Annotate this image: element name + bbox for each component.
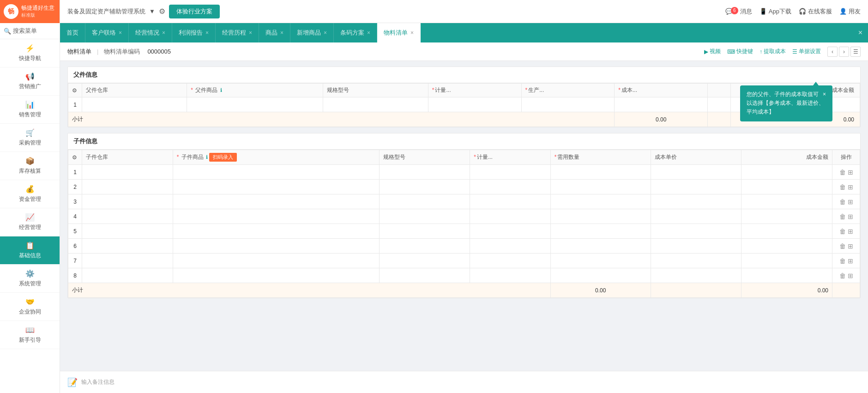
sidebar-search[interactable]: 🔍 搜索菜单 (0, 23, 60, 39)
tab-home[interactable]: 首页 (60, 23, 85, 42)
child-unitcost-3[interactable] (651, 194, 741, 209)
tab-bom[interactable]: 物料清单 × (377, 23, 421, 42)
child-unit-2[interactable] (470, 180, 551, 194)
toolbar-single-settings[interactable]: ☰ 单据设置 (792, 48, 821, 55)
parent-production-1[interactable] (521, 97, 615, 112)
child-warehouse-8[interactable] (82, 268, 173, 283)
scan-button[interactable]: 扫码录入 (209, 153, 237, 162)
delete-icon-4[interactable]: 🗑 (839, 213, 846, 220)
child-warehouse-3[interactable] (82, 194, 173, 209)
child-quantity-6[interactable] (550, 239, 651, 254)
child-quantity-2[interactable] (550, 180, 651, 194)
copy-icon-6[interactable]: ⊞ (848, 242, 853, 250)
nav-prev-btn[interactable]: ‹ (827, 47, 838, 57)
copy-icon-1[interactable]: ⊞ (848, 169, 853, 176)
delete-icon-7[interactable]: 🗑 (839, 257, 846, 265)
delete-icon-5[interactable]: 🗑 (839, 228, 846, 235)
child-warehouse-2[interactable] (82, 180, 173, 194)
copy-icon-4[interactable]: ⊞ (848, 213, 853, 220)
tooltip-close-icon[interactable]: × (823, 90, 826, 99)
child-goods-6[interactable] (173, 239, 379, 254)
child-quantity-5[interactable] (550, 224, 651, 239)
child-unit-8[interactable] (470, 268, 551, 283)
child-unit-3[interactable] (470, 194, 551, 209)
child-unit-7[interactable] (470, 254, 551, 268)
sidebar-item-operation[interactable]: 📈 经营管理 (0, 208, 60, 236)
toolbar-shortcut[interactable]: ⌨ 快捷键 (727, 48, 753, 55)
child-unitcost-2[interactable] (651, 180, 741, 194)
online-service-item[interactable]: 🎧 在线客服 (799, 7, 832, 16)
child-unitcost-7[interactable] (651, 254, 741, 268)
copy-icon-8[interactable]: ⊞ (848, 272, 853, 279)
child-quantity-8[interactable] (550, 268, 651, 283)
child-unit-5[interactable] (470, 224, 551, 239)
sidebar-item-quicknav[interactable]: ⚡ 快捷导航 (0, 39, 60, 67)
child-quantity-1[interactable] (550, 165, 651, 180)
tab-profit[interactable]: 利润报告 × (172, 23, 216, 42)
nav-menu-btn[interactable]: ☰ (850, 47, 861, 57)
toolbar-view[interactable]: ▶ 视频 (704, 48, 721, 55)
tab-operation-close[interactable]: × (162, 30, 165, 36)
copy-icon-2[interactable]: ⊞ (848, 183, 853, 191)
tab-goods[interactable]: 商品 × (259, 23, 290, 42)
delete-icon-1[interactable]: 🗑 (839, 169, 846, 176)
parent-warehouse-1[interactable] (82, 97, 187, 112)
child-unitcost-1[interactable] (651, 165, 741, 180)
settings-col-icon[interactable]: ⚙ (72, 87, 77, 94)
message-item[interactable]: 💬 6 消息 (725, 7, 752, 16)
child-warehouse-4[interactable] (82, 209, 173, 224)
tab-goods-close[interactable]: × (280, 30, 283, 36)
tab-history[interactable]: 经营历程 × (216, 23, 259, 42)
child-goods-2[interactable] (173, 180, 379, 194)
child-goods-8[interactable] (173, 268, 379, 283)
child-goods-4[interactable] (173, 209, 379, 224)
system-dropdown-icon[interactable]: ▼ (149, 8, 155, 15)
child-goods-1[interactable] (173, 165, 379, 180)
child-quantity-3[interactable] (550, 194, 651, 209)
child-quantity-7[interactable] (550, 254, 651, 268)
tab-newgoods-close[interactable]: × (324, 30, 327, 36)
delete-icon-3[interactable]: 🗑 (839, 198, 846, 206)
sidebar-item-sales[interactable]: 📊 销售管理 (0, 96, 60, 124)
child-unit-6[interactable] (470, 239, 551, 254)
child-spec-2[interactable] (379, 180, 470, 194)
trial-button[interactable]: 体验行业方案 (169, 5, 220, 18)
sidebar-item-basic[interactable]: 📋 基础信息 (0, 236, 60, 265)
child-settings-icon[interactable]: ⚙ (72, 154, 77, 161)
parent-cost-1[interactable] (615, 97, 708, 112)
tab-barcode[interactable]: 条码方案 × (334, 23, 377, 42)
child-warehouse-6[interactable] (82, 239, 173, 254)
copy-icon-7[interactable]: ⊞ (848, 257, 853, 265)
tab-operation[interactable]: 经营情况 × (129, 23, 172, 42)
sidebar-item-purchase[interactable]: 🛒 采购管理 (0, 124, 60, 152)
tab-profit-close[interactable]: × (205, 30, 209, 36)
delete-icon-6[interactable]: 🗑 (839, 242, 846, 250)
child-quantity-4[interactable] (550, 209, 651, 224)
child-spec-6[interactable] (379, 239, 470, 254)
child-warehouse-7[interactable] (82, 254, 173, 268)
note-placeholder[interactable]: 输入备注信息 (81, 378, 115, 386)
parent-goods-1[interactable] (187, 97, 323, 112)
child-unitcost-6[interactable] (651, 239, 741, 254)
child-spec-3[interactable] (379, 194, 470, 209)
child-goods-5[interactable] (173, 224, 379, 239)
sidebar-item-system[interactable]: ⚙️ 系统管理 (0, 265, 60, 293)
parent-spec-1[interactable] (323, 97, 428, 112)
child-unitcost-4[interactable] (651, 209, 741, 224)
settings-icon[interactable]: ⚙ (159, 7, 165, 16)
child-warehouse-5[interactable] (82, 224, 173, 239)
copy-icon-3[interactable]: ⊞ (848, 198, 853, 206)
child-goods-3[interactable] (173, 194, 379, 209)
child-unit-4[interactable] (470, 209, 551, 224)
tab-barcode-close[interactable]: × (367, 30, 370, 36)
nav-next-btn[interactable]: › (839, 47, 849, 57)
copy-icon-5[interactable]: ⊞ (848, 228, 853, 235)
parent-unit-1[interactable] (428, 97, 521, 112)
child-spec-1[interactable] (379, 165, 470, 180)
sidebar-item-marketing[interactable]: 📢 营销推广 (0, 67, 60, 96)
tab-history-close[interactable]: × (249, 30, 252, 36)
child-spec-7[interactable] (379, 254, 470, 268)
tab-bom-close[interactable]: × (410, 30, 414, 36)
sidebar-item-guide[interactable]: 📖 新手引导 (0, 321, 60, 349)
delete-icon-8[interactable]: 🗑 (839, 272, 846, 279)
